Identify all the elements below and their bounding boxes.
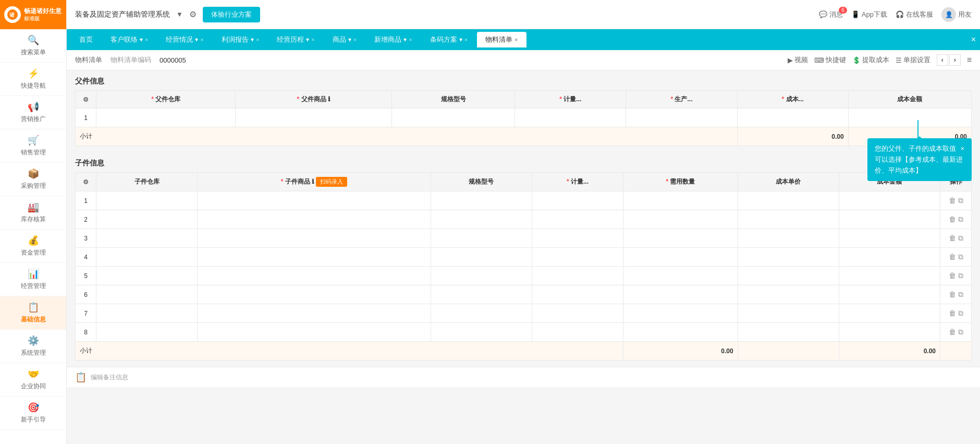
settings-gear-icon[interactable]: ⚙ [189,9,197,19]
delete-icon-6[interactable]: 🗑 [949,290,956,299]
tab-bom[interactable]: 物料清单 × [477,32,526,47]
nav-next[interactable]: › [949,54,961,66]
copy-icon-3[interactable]: ⧉ [958,234,963,243]
child-cell-spec-1[interactable] [431,191,532,210]
delete-icon-4[interactable]: 🗑 [949,253,956,261]
tab-op-history-close[interactable]: × [311,37,314,43]
tab-op-status-dropdown[interactable]: ▾ [195,36,198,43]
tab-bar-close[interactable]: × [971,35,976,44]
tab-barcode-close[interactable]: × [464,37,468,43]
sidebar-item-basic[interactable]: 📋 基础信息 [0,296,66,330]
tab-new-goods-dropdown[interactable]: ▾ [403,36,407,43]
copy-icon-2[interactable]: ⧉ [958,215,963,224]
parent-cell-unit-1[interactable] [515,109,626,127]
sidebar-item-purchase[interactable]: 📦 采购管理 [0,163,66,196]
child-row-1: 1 🗑 ⧉ [76,191,972,210]
sidebar-item-inventory[interactable]: 🏭 库存核算 [0,196,66,230]
scan-button[interactable]: 扫码录入 [316,177,347,187]
svg-text:诸: 诸 [9,12,15,18]
system-title: 装备及固定资产辅助管理系统 [75,10,170,19]
copy-icon-8[interactable]: ⧉ [958,328,963,337]
parent-cell-cost-1[interactable] [737,109,848,127]
tab-customer-dropdown[interactable]: ▾ [140,36,143,43]
tab-new-goods-close[interactable]: × [409,37,412,43]
tab-profit-close[interactable]: × [256,37,259,43]
quicknav-icon: ⚡ [28,68,39,79]
tab-bar: 首页 客户联络 ▾ × 经营情况 ▾ × 利润报告 ▾ × 经营历程 ▾ × 商… [67,29,980,50]
single-setting-action[interactable]: ☰ 单据设置 [896,55,930,65]
tab-goods[interactable]: 商品 ▾ × [324,32,365,47]
child-cell-cost-amount-1[interactable] [839,191,940,210]
delete-icon-3[interactable]: 🗑 [949,234,956,243]
sidebar-item-system[interactable]: ⚙️ 系统管理 [0,330,66,363]
message-item[interactable]: 💬 消息 6 [819,10,843,19]
cost-icon: 💲 [852,56,861,64]
delete-icon-2[interactable]: 🗑 [949,215,956,224]
copy-icon-6[interactable]: ⧉ [958,290,963,299]
tab-op-history[interactable]: 经营历程 ▾ × [268,32,323,47]
delete-icon-5[interactable]: 🗑 [949,271,956,280]
system-icon: ⚙️ [28,335,39,346]
tab-profit-report[interactable]: 利润报告 ▾ × [213,32,267,47]
parent-cell-goods-1[interactable] [236,109,392,127]
grid-view-icon[interactable]: ≡ [967,55,972,65]
copy-icon-1[interactable]: ⧉ [958,196,963,205]
user-item[interactable]: 👤 用友 [941,7,972,22]
sidebar-item-enterprise[interactable]: 🤝 企业协同 [0,363,66,397]
sidebar-item-finance[interactable]: 💰 资金管理 [0,230,66,263]
app-download-item[interactable]: 📱 App下载 [851,10,887,19]
sidebar-item-marketing[interactable]: 📢 营销推广 [0,96,66,129]
child-cell-goods-1[interactable] [198,191,431,210]
sidebar-item-sales[interactable]: 🛒 销售管理 [0,129,66,163]
copy-icon-5[interactable]: ⧉ [958,271,963,280]
sidebar-item-search[interactable]: 🔍 搜索菜单 [0,29,66,63]
parent-cell-spec-1[interactable] [391,109,514,127]
tab-bom-close[interactable]: × [514,37,518,43]
child-cell-unit-cost-1[interactable] [738,191,839,210]
sidebar-item-quick-nav[interactable]: ⚡ 快捷导航 [0,63,66,96]
marketing-icon: 📢 [28,101,39,113]
extract-cost-action[interactable]: 💲 提取成本 [852,55,889,65]
copy-icon-4[interactable]: ⧉ [958,253,963,261]
video-action[interactable]: ▶ 视频 [788,55,808,65]
search-icon: 🔍 [28,34,39,46]
trial-button[interactable]: 体验行业方案 [203,7,260,22]
child-section: 子件信息 ⚙ 子件仓库 * 子件商品 ℹ 扫码录入 规格型号 [67,152,980,367]
tab-goods-dropdown[interactable]: ▾ [348,36,351,43]
copy-icon-7[interactable]: ⧉ [958,309,963,318]
child-cell-unit-1[interactable] [532,191,623,210]
tab-new-goods[interactable]: 新增商品 ▾ × [366,32,420,47]
parent-col-production: * 生产... [626,91,737,109]
sidebar-item-guide[interactable]: 🎯 新手引导 [0,397,66,430]
tab-op-status-close[interactable]: × [200,37,203,43]
tooltip-close-button[interactable]: × [960,143,964,154]
bottom-bar: 📋 编辑备注信息 [67,367,980,387]
tab-barcode-dropdown[interactable]: ▾ [459,36,462,43]
nav-prev[interactable]: ‹ [937,54,948,66]
sidebar-item-operation[interactable]: 📊 经营管理 [0,263,66,296]
delete-icon-1[interactable]: 🗑 [949,196,956,205]
child-cell-quantity-1[interactable] [623,191,738,210]
tab-customer[interactable]: 客户联络 ▾ × [102,32,156,47]
parent-cell-production-1[interactable] [626,109,737,127]
service-icon: 🎧 [896,10,904,18]
tab-customer-close[interactable]: × [145,37,148,43]
system-dropdown[interactable]: ▼ [176,10,183,18]
delete-icon-8[interactable]: 🗑 [949,328,956,337]
tab-profit-dropdown[interactable]: ▾ [251,36,254,43]
bottom-text[interactable]: 编辑备注信息 [91,373,128,382]
parent-cell-warehouse-1[interactable] [96,109,236,127]
parent-cell-cost-amount-1[interactable] [848,109,971,127]
parent-settings-icon[interactable]: ⚙ [83,96,89,103]
tab-barcode[interactable]: 条码方案 ▾ × [422,32,476,47]
tab-home[interactable]: 首页 [71,32,101,47]
child-cell-warehouse-1[interactable] [96,191,198,210]
tab-operation-status[interactable]: 经营情况 ▾ × [157,32,212,47]
tab-goods-close[interactable]: × [353,37,357,43]
delete-icon-7[interactable]: 🗑 [949,309,956,318]
child-row-3: 3 🗑 ⧉ [76,229,972,248]
tab-op-history-dropdown[interactable]: ▾ [306,36,309,43]
child-settings-icon[interactable]: ⚙ [83,178,89,186]
shortcut-action[interactable]: ⌨ 快捷键 [814,55,846,65]
online-service-item[interactable]: 🎧 在线客服 [896,10,933,19]
